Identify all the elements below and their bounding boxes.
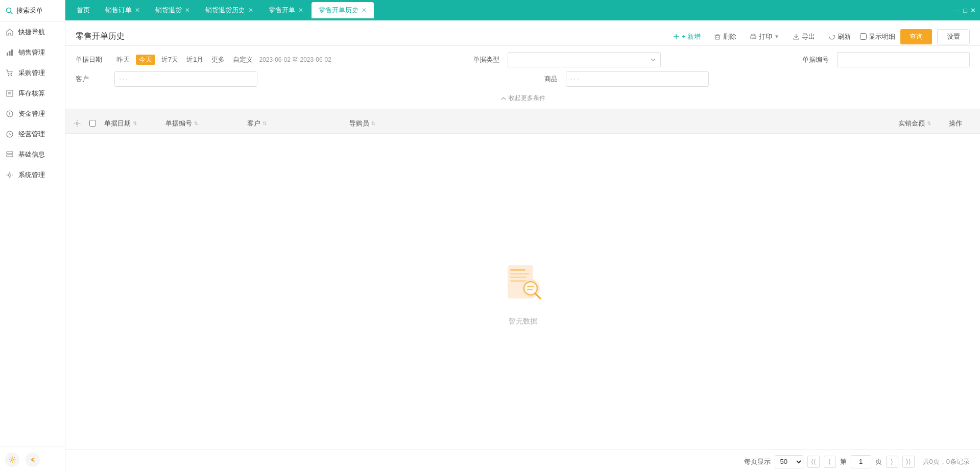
content-area: 零售开单历史 + 新增 <box>65 20 980 473</box>
svg-rect-17 <box>715 36 720 39</box>
sidebar-item-basic-info[interactable]: 基础信息 <box>0 144 65 165</box>
main-content: 首页 销售订单 ✕ 销货退货 ✕ 销货退货历史 ✕ 零售开单 ✕ 零售开单历史 … <box>65 0 980 473</box>
next-page-button[interactable]: ⟩ <box>886 456 898 468</box>
svg-point-14 <box>11 459 13 461</box>
date-filter-label: 单据日期 <box>76 55 106 64</box>
shortcut-custom[interactable]: 自定义 <box>231 55 255 65</box>
pagination-bar: 每页显示 50 20 100 ⟨⟨ ⟨ 第 页 ⟩ ⟩⟩ 共0页，0条记录 <box>65 450 980 473</box>
goods-input[interactable]: ··· <box>566 71 709 87</box>
toolbar: + 新增 删除 <box>668 29 970 44</box>
table-settings-button[interactable] <box>69 119 85 128</box>
tab-close-retail-open[interactable]: ✕ <box>298 7 303 14</box>
svg-rect-27 <box>510 277 527 278</box>
home-icon <box>5 28 14 37</box>
sidebar-item-inventory[interactable]: 库存核算 <box>0 83 65 104</box>
page-header: 零售开单历史 + 新增 <box>65 20 980 46</box>
sidebar-item-finance[interactable]: 资金管理 <box>0 104 65 124</box>
col-header-order-no[interactable]: 单据编号 ⇅ <box>161 119 243 128</box>
shortcut-today[interactable]: 今天 <box>136 55 155 65</box>
sidebar-search[interactable]: 搜索采单 <box>0 0 65 22</box>
window-controls: — □ ✕ <box>953 7 976 14</box>
tab-close-sales-return[interactable]: ✕ <box>185 7 190 14</box>
sidebar-item-operations[interactable]: 经营管理 <box>0 124 65 144</box>
order-no-input[interactable] <box>837 52 970 67</box>
last-page-button[interactable]: ⟩⟩ <box>902 456 915 468</box>
tab-sales-order[interactable]: 销售订单 ✕ <box>98 2 147 18</box>
svg-point-13 <box>9 174 11 177</box>
export-button[interactable]: 导出 <box>788 30 819 43</box>
tab-sales-return[interactable]: 销货退货 ✕ <box>148 2 197 18</box>
add-button[interactable]: + 新增 <box>668 30 705 43</box>
display-detail-checkbox-label[interactable]: 显示明细 <box>860 32 895 41</box>
shortcut-more[interactable]: 更多 <box>209 55 227 65</box>
per-page-select[interactable]: 50 20 100 <box>775 455 803 468</box>
svg-line-1 <box>11 12 13 14</box>
system-icon <box>5 170 14 180</box>
display-detail-checkbox[interactable] <box>860 33 867 40</box>
customer-label: 客户 <box>76 74 106 84</box>
query-button[interactable]: 查询 <box>900 29 932 44</box>
print-icon <box>750 33 757 40</box>
sort-salesperson-icon: ⇅ <box>371 120 375 126</box>
col-header-customer[interactable]: 客户 ⇅ <box>243 119 345 128</box>
tab-home[interactable]: 首页 <box>69 2 97 18</box>
print-button[interactable]: 打印 ▼ <box>746 30 783 43</box>
svg-rect-7 <box>7 90 13 96</box>
tab-sales-return-history[interactable]: 销货退货历史 ✕ <box>198 2 260 18</box>
svg-rect-2 <box>7 53 8 56</box>
window-minimize-button[interactable]: — <box>953 7 960 14</box>
tabs-bar: 首页 销售订单 ✕ 销货退货 ✕ 销货退货历史 ✕ 零售开单 ✕ 零售开单历史 … <box>65 0 980 20</box>
first-page-button[interactable]: ⟨⟨ <box>807 456 820 468</box>
collapse-filter-button[interactable]: 收起更多条件 <box>76 91 970 103</box>
tab-close-sales-return-history[interactable]: ✕ <box>248 7 253 14</box>
settings-button[interactable]: 设置 <box>937 29 970 44</box>
col-header-amount[interactable]: 实销金额 ⇅ <box>884 119 935 128</box>
collapse-sidebar-button[interactable] <box>26 453 40 467</box>
total-count: 共0页，0条记录 <box>923 457 970 466</box>
window-close-button[interactable]: ✕ <box>970 7 976 14</box>
shortcut-last1m[interactable]: 近1月 <box>184 55 205 65</box>
filter-area: 单据日期 昨天 今天 近7天 近1月 更多 自定义 2023-06-02 至 2… <box>65 46 980 109</box>
refresh-button[interactable]: 刷新 <box>824 30 855 43</box>
svg-rect-4 <box>11 49 13 56</box>
basic-icon <box>5 150 14 159</box>
per-page-label: 每页显示 <box>744 457 771 466</box>
svg-line-31 <box>535 293 540 298</box>
page-number-input[interactable] <box>851 455 871 468</box>
select-all-checkbox[interactable] <box>85 120 100 127</box>
sort-order-no-icon: ⇅ <box>194 120 198 126</box>
svg-point-23 <box>76 122 78 125</box>
chart-icon <box>5 48 14 57</box>
tab-close-retail-open-history[interactable]: ✕ <box>362 7 367 14</box>
sidebar-item-quick-nav[interactable]: 快捷导航 <box>0 22 65 42</box>
empty-state: 暂无数据 <box>65 134 980 450</box>
col-header-salesperson[interactable]: 导购员 ⇅ <box>345 119 407 128</box>
settings-gear-button[interactable] <box>5 453 19 467</box>
order-type-select[interactable] <box>508 52 661 67</box>
customer-input[interactable]: ··· <box>114 71 257 87</box>
empty-text: 暂无数据 <box>509 317 537 326</box>
tab-retail-open[interactable]: 零售开单 ✕ <box>261 2 310 18</box>
tab-close-sales-order[interactable]: ✕ <box>135 7 140 14</box>
shortcut-yesterday[interactable]: 昨天 <box>114 55 132 65</box>
sidebar-item-system-mgmt[interactable]: 系统管理 <box>0 165 65 185</box>
tab-retail-open-history[interactable]: 零售开单历史 ✕ <box>312 2 374 18</box>
filter-row-customer: 客户 ··· 商品 ··· <box>76 71 970 87</box>
shortcut-last7[interactable]: 近7天 <box>159 55 180 65</box>
svg-rect-25 <box>510 269 525 271</box>
window-maximize-button[interactable]: □ <box>963 7 967 14</box>
sidebar-item-purchase-mgmt[interactable]: 采购管理 <box>0 63 65 83</box>
print-dropdown-icon[interactable]: ▼ <box>774 34 779 39</box>
delete-button[interactable]: 删除 <box>710 30 740 43</box>
inventory-icon <box>5 89 14 98</box>
svg-rect-26 <box>510 273 530 275</box>
table-header: 单据日期 ⇅ 单据编号 ⇅ 客户 ⇅ 导购员 ⇅ 实销金额 <box>65 113 980 134</box>
search-icon <box>5 7 13 15</box>
prev-page-button[interactable]: ⟨ <box>824 456 836 468</box>
order-type-label: 单据类型 <box>469 55 499 64</box>
empty-illustration <box>497 258 548 309</box>
sidebar-item-sales-mgmt[interactable]: 销售管理 <box>0 42 65 63</box>
table-wrapper: 单据日期 ⇅ 单据编号 ⇅ 客户 ⇅ 导购员 ⇅ 实销金额 <box>65 113 980 450</box>
col-header-date[interactable]: 单据日期 ⇅ <box>100 119 161 128</box>
svg-rect-22 <box>752 37 755 39</box>
